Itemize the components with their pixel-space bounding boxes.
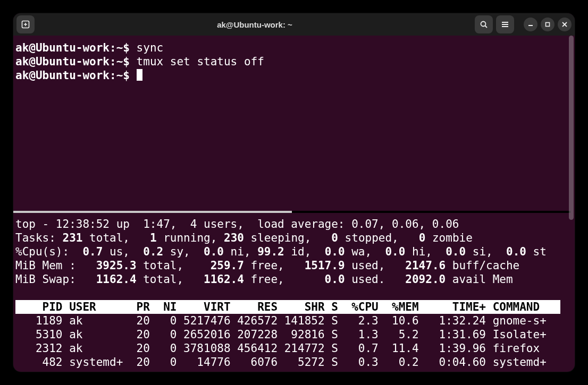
shell-prompt: ak@Ubuntu-work:~$ (15, 41, 130, 54)
hamburger-menu-button[interactable] (496, 15, 514, 33)
new-tab-button[interactable] (16, 15, 35, 33)
scrollbar-track[interactable] (569, 36, 574, 371)
top-tasks-line: Tasks: 231 total, 1 running, 230 sleepin… (15, 232, 473, 244)
svg-point-3 (481, 22, 486, 27)
top-mem-line: MiB Mem : 3925.3 total, 259.7 free, 1517… (15, 259, 519, 272)
top-header-row: PID USER PR NI VIRT RES SHR S %CPU %MEM … (15, 300, 560, 314)
terminal-body[interactable]: ak@Ubuntu-work:~$ sync ak@Ubuntu-work:~$… (13, 36, 575, 372)
minimize-button[interactable] (524, 18, 537, 31)
shell-prompt: ak@Ubuntu-work:~$ (15, 69, 130, 82)
command-text: sync (137, 41, 164, 54)
svg-line-4 (485, 26, 488, 28)
close-button[interactable] (558, 18, 572, 31)
top-swap-line: MiB Swap: 1162.4 total, 1162.4 free, 0.0… (15, 273, 513, 286)
top-process-rows: 1189 ak 20 0 5217476 426572 141852 S 2.3… (15, 314, 547, 369)
scrollbar-thumb[interactable] (569, 36, 574, 220)
top-summary-line: top - 12:38:52 up 1:47, 4 users, load av… (15, 218, 459, 230)
cursor (137, 69, 142, 81)
window-title: ak@Ubuntu-work: ~ (35, 20, 475, 29)
shell-prompt: ak@Ubuntu-work:~$ (15, 55, 130, 68)
maximize-button[interactable] (541, 18, 555, 31)
command-text: tmux set status off (137, 55, 264, 68)
tmux-pane-divider-active (13, 211, 292, 213)
search-button[interactable] (475, 15, 493, 33)
tmux-pane-top[interactable]: ak@Ubuntu-work:~$ sync ak@Ubuntu-work:~$… (13, 41, 575, 211)
tmux-pane-divider[interactable] (13, 211, 570, 213)
tmux-pane-bottom[interactable]: top - 12:38:52 up 1:47, 4 users, load av… (13, 217, 575, 372)
titlebar: ak@Ubuntu-work: ~ (13, 13, 575, 36)
terminal-window: ak@Ubuntu-work: ~ (13, 13, 575, 372)
top-cpu-line: %Cpu(s): 0.7 us, 0.2 sy, 0.0 ni, 99.2 id… (15, 245, 547, 258)
svg-rect-9 (546, 23, 550, 27)
